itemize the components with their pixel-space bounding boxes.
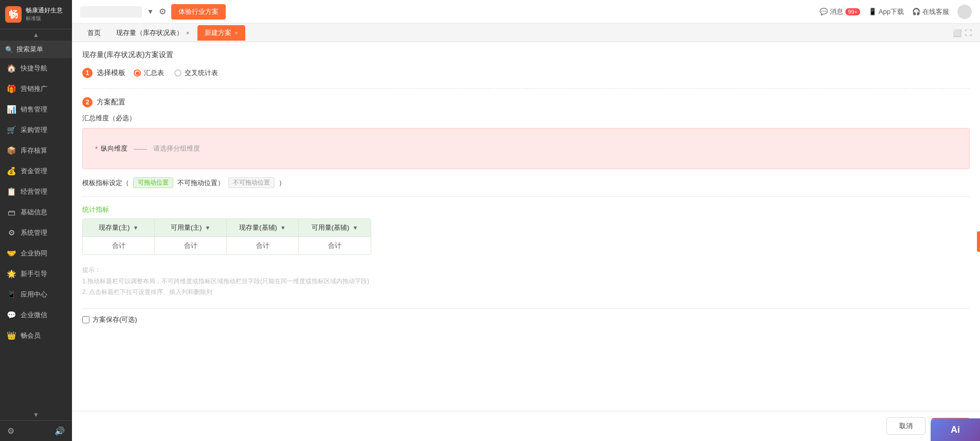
aggregate-label: 汇总维度（必选） [82, 114, 970, 123]
sidebar-item-label: 畅会员 [21, 331, 41, 340]
stats-col-2-dropdown[interactable]: ▼ [280, 225, 286, 231]
sidebar-item-app-center[interactable]: 📱 应用中心 [0, 284, 72, 305]
stats-col-0-label: 现存量(主) [99, 223, 130, 232]
topbar-gear-icon[interactable]: ⚙ [159, 7, 166, 16]
tab-home[interactable]: 首页 [80, 25, 108, 41]
save-section: 方案保存(可选) [82, 308, 970, 324]
topbar-online-service[interactable]: 🎧 在线客服 [912, 7, 949, 16]
sidebar-item-finance[interactable]: 💰 资金管理 [0, 161, 72, 181]
tab-home-label: 首页 [87, 28, 101, 38]
indicator-settings-label: 模板指标设定（ [82, 178, 129, 188]
ai-badge[interactable]: Ai [931, 418, 980, 441]
topbar-industry-btn[interactable]: 体验行业方案 [171, 4, 226, 20]
dimension-area[interactable]: * 纵向维度 —— 请选择分组维度 [82, 128, 970, 169]
sidebar-scroll-up[interactable]: ▲ [0, 29, 72, 41]
topbar-service-label: 在线客服 [922, 7, 949, 16]
sidebar-item-basic-info[interactable]: 🗃 基础信息 [0, 202, 72, 223]
radio-summary[interactable]: 汇总表 [134, 68, 164, 78]
sidebar-item-label: 采购管理 [21, 125, 47, 135]
stats-header-col-1[interactable]: 可用量(主) ▼ [155, 219, 227, 236]
chart-icon: 📊 [6, 104, 16, 115]
tab-new-scheme[interactable]: 新建方案 × [197, 25, 245, 41]
sidebar-item-marketing[interactable]: 🎁 营销推广 [0, 79, 72, 99]
footer-bar: 取消 查询 [72, 411, 980, 441]
sidebar-item-label: 企业协同 [21, 249, 47, 258]
stats-header-col-0[interactable]: 现存量(主) ▼ [83, 219, 155, 236]
sidebar-scroll-down[interactable]: ▼ [0, 409, 72, 420]
stats-data-col-3: 合计 [299, 236, 371, 254]
sidebar-item-guide[interactable]: 🌟 新手引导 [0, 264, 72, 284]
sidebar-item-system[interactable]: ⚙ 系统管理 [0, 223, 72, 243]
topbar-dropdown-btn[interactable]: ▼ [147, 8, 154, 15]
sidebar-nav: 🏠 快捷导航 🎁 营销推广 📊 销售管理 🛒 采购管理 📦 库存核算 💰 资金管… [0, 58, 72, 409]
dimension-dash: —— [134, 145, 147, 153]
step2-badge: 2 [82, 97, 93, 107]
app-icon: 📱 [868, 8, 877, 15]
indicator-close-paren: ） [279, 178, 285, 188]
app-logo-icon: 畅 [5, 6, 22, 23]
sidebar-item-label: 资金管理 [21, 167, 47, 176]
tab-inventory-close-icon[interactable]: × [186, 30, 189, 36]
cart-icon: 🛒 [6, 125, 16, 135]
topbar-app-download-label: App下载 [879, 7, 904, 16]
sidebar-item-label: 库存核算 [21, 146, 47, 155]
tips-item-1: 2. 点击标题栏下拉可设置排序、插入列和删除列 [82, 287, 970, 298]
stats-header-row: 现存量(主) ▼ 可用量(主) ▼ 现存量(基辅) ▼ [83, 219, 371, 236]
step2-section: 2 方案配置 汇总维度（必选） * 纵向维度 —— 请选择分组维度 模板指标设定… [82, 97, 970, 298]
stats-data-2-label: 合计 [256, 241, 269, 250]
topbar-search-input[interactable] [80, 6, 142, 17]
sidebar-item-wechat[interactable]: 💬 企业微信 [0, 305, 72, 325]
step1-badge: 1 [82, 68, 93, 78]
indicator-fixed-tag: 不可拖动位置 [228, 177, 275, 188]
dimension-placeholder: 请选择分组维度 [153, 144, 200, 153]
stats-col-1-dropdown[interactable]: ▼ [205, 225, 210, 231]
radio-cross[interactable]: 交叉统计表 [174, 68, 218, 78]
database-icon: 🗃 [6, 207, 16, 217]
indicator-settings: 模板指标设定（ 可拖动位置 不可拖动位置） 不可拖动位置 ） [82, 177, 970, 188]
sidebar-item-enterprise[interactable]: 🤝 企业协同 [0, 243, 72, 264]
indicator-movable-tag: 可拖动位置 [133, 177, 173, 188]
gift-icon: 🎁 [6, 84, 16, 94]
stats-data-col-0: 合计 [83, 236, 155, 254]
sidebar-item-label: 应用中心 [21, 290, 47, 299]
save-checkbox[interactable] [82, 316, 89, 323]
sidebar-item-sales[interactable]: 📊 销售管理 [0, 99, 72, 120]
sidebar-item-inventory[interactable]: 📦 库存核算 [0, 140, 72, 161]
cancel-button[interactable]: 取消 [886, 417, 925, 435]
stats-col-0-dropdown[interactable]: ▼ [133, 225, 138, 231]
sidebar-item-purchase[interactable]: 🛒 采购管理 [0, 120, 72, 140]
speaker-icon[interactable]: 🔊 [55, 426, 65, 436]
tab-new-scheme-close-icon[interactable]: × [234, 30, 238, 36]
search-icon: 🔍 [5, 46, 13, 53]
sidebar-item-member[interactable]: 👑 畅会员 [0, 325, 72, 346]
topbar-message[interactable]: 💬 消息 99+ [820, 7, 860, 16]
tab-inventory-status[interactable]: 现存量（库存状况表） × [109, 25, 196, 41]
settings-icon[interactable]: ⚙ [7, 426, 14, 436]
clipboard-icon: 📋 [6, 187, 16, 197]
home-icon: 🏠 [6, 63, 16, 74]
sidebar-logo: 畅 畅康通好生意 标准版 [0, 0, 72, 29]
right-edge-handle[interactable] [977, 231, 980, 252]
message-badge: 99+ [845, 8, 860, 15]
tab-collapse-btn[interactable]: ⬜ [953, 29, 961, 37]
stats-col-3-dropdown[interactable]: ▼ [352, 225, 358, 231]
sidebar-search-label: 搜索菜单 [16, 45, 43, 54]
sidebar-item-label: 系统管理 [21, 228, 47, 237]
topbar-app-download[interactable]: 📱 App下载 [868, 7, 904, 16]
headset-icon: 🎧 [912, 8, 920, 15]
main-wrapper: ▼ ⚙ 体验行业方案 💬 消息 99+ 📱 App下载 🎧 在线客服 首页 [72, 0, 980, 441]
gear-icon: ⚙ [6, 228, 16, 238]
tips-title: 提示： [82, 266, 101, 273]
tab-expand-btn[interactable]: ⛶ [965, 29, 972, 37]
sidebar-item-quick-nav[interactable]: 🏠 快捷导航 [0, 58, 72, 79]
message-icon: 💬 [820, 8, 828, 15]
stats-data-col-2: 合计 [227, 236, 299, 254]
stats-header-col-2[interactable]: 现存量(基辅) ▼ [227, 219, 299, 236]
topbar-avatar[interactable] [957, 5, 972, 19]
star-icon: 🌟 [6, 269, 16, 279]
indicator-divider [82, 196, 970, 197]
stats-header-col-3[interactable]: 可用量(基辅) ▼ [299, 219, 371, 236]
sidebar-item-label: 快捷导航 [21, 64, 47, 73]
sidebar-item-operations[interactable]: 📋 经营管理 [0, 181, 72, 202]
sidebar-search[interactable]: 🔍 搜索菜单 [0, 41, 72, 58]
